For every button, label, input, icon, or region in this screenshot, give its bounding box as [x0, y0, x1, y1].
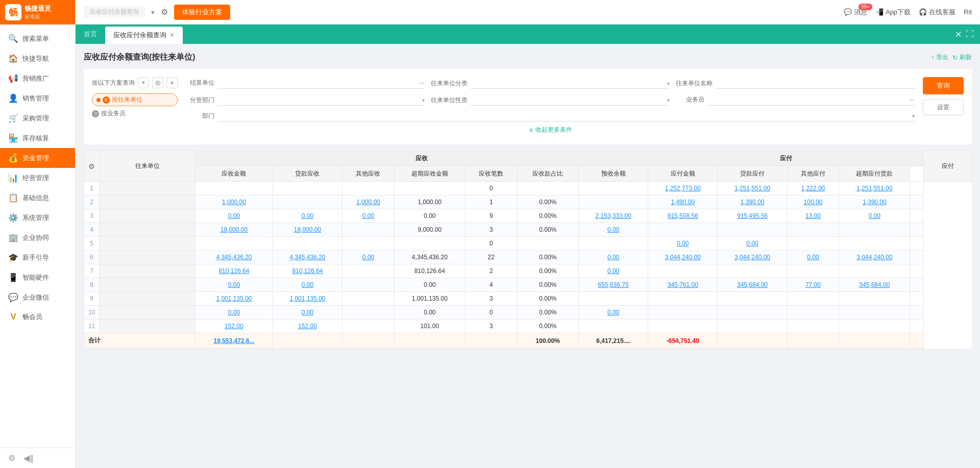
sidebar-item-operations[interactable]: 📊 经营管理 [0, 168, 75, 188]
row-ap-loan-4: 0.00 [718, 237, 787, 251]
solution-btn[interactable]: 体验行业方案 [174, 5, 230, 20]
partner-category-arrow[interactable]: ▾ [667, 81, 670, 86]
row-num-1: 2 [84, 195, 100, 209]
topbar-dropdown-icon[interactable]: ▾ [151, 8, 155, 16]
scheme-add-icon[interactable]: + [138, 77, 149, 88]
partner-category-input[interactable] [471, 80, 667, 87]
footer-ap-other [787, 333, 839, 349]
branch-dept-input[interactable] [217, 96, 422, 104]
scheme-settings-icon[interactable]: ◎ [152, 77, 163, 88]
filter-partner-nature: 往来单位性质 ▾ [431, 95, 670, 106]
salesman-dots[interactable]: ··· [909, 95, 915, 104]
sidebar-item-inventory[interactable]: 🏪 库存核算 [0, 128, 75, 148]
row-ar-count-8: 3 [465, 292, 517, 306]
query-btn[interactable]: 查询 [923, 77, 964, 94]
sidebar-item-newbie[interactable]: 🎓 新手引导 [0, 248, 75, 267]
row-num-0: 1 [84, 182, 100, 195]
newbie-icon: 🎓 [8, 253, 18, 262]
tabbar-close-icon[interactable]: ✕ [955, 30, 962, 39]
partner-nature-input[interactable] [471, 96, 667, 104]
row-ar-overdue-8: 1,001,135.00 [394, 292, 465, 306]
scheme-by-partner[interactable]: P 按往来单位 [92, 93, 178, 106]
row-ar-ratio-3: 0.00% [517, 223, 578, 237]
sidebar-logo: 畅 畅捷通灵 标准版 [0, 0, 75, 24]
scheme-by-salesman[interactable]: ⏱ 按业务员 [92, 109, 178, 118]
table-row: 7 810,126.64 810,126.64 810,126.64 2 0.0… [84, 264, 972, 278]
sidebar-item-system[interactable]: ⚙️ 系统管理 [0, 208, 75, 228]
partner-nature-arrow[interactable]: ▾ [667, 97, 670, 103]
col-ap-group: 应付 [648, 151, 924, 166]
department-arrow[interactable]: ▾ [912, 113, 915, 119]
sidebar-item-smart-hw[interactable]: 📱 智能硬件 [0, 267, 75, 287]
footer-ar-loan [273, 333, 342, 349]
sidebar-item-member[interactable]: V 畅会员 [0, 307, 75, 327]
sidebar-item-finance[interactable]: 💰 资金管理 [0, 148, 75, 168]
row-ap-amount-8 [648, 292, 718, 306]
row-ar-prepay-6: 0.00 [579, 264, 648, 278]
row-ar-other-1: 1,000.00 [342, 195, 395, 209]
tab-home[interactable]: 首页 [76, 24, 105, 44]
row-ap-amount-5: 3,044,240.00 [648, 251, 718, 264]
purchase-icon: 🛒 [8, 113, 18, 123]
tab-ar-ap[interactable]: 应收应付余额查询 ✕ [105, 27, 183, 44]
row-ap-other-0: 1,222.00 [787, 182, 839, 195]
export-btn[interactable]: ↑ 导出 [931, 53, 948, 62]
filter-fields: 结算单位 ··· 往来单位分类 ▾ 往来单位 [186, 77, 915, 136]
footer-ar-other [342, 333, 395, 349]
col-partner: 往来单位 [100, 151, 195, 182]
table-row: 4 18,000.00 18,000.00 9,000.00 3 0.00% 0… [84, 223, 972, 237]
settlement-unit-input[interactable] [217, 79, 416, 86]
col-ar-group: 应收 [195, 151, 648, 166]
topbar-message[interactable]: 💬 消息 99+ [844, 8, 867, 17]
row-ar-prepay-7: 655,636.75 [579, 278, 648, 292]
table-settings-icon[interactable]: ⚙ [88, 162, 95, 170]
row-num-8: 9 [84, 292, 100, 306]
collapse-btn[interactable]: ∧ 收起更多条件 [186, 126, 915, 134]
row-partner-2 [100, 209, 195, 223]
col-ar-overdue: 超期应收金额 [394, 166, 465, 182]
scheme-collapse-icon[interactable]: « [166, 77, 178, 88]
sidebar-item-quick-nav[interactable]: 🏠 快捷导航 [0, 48, 75, 68]
table-row: 8 0.00 0.00 0.00 4 0.00% 655,636.75 345,… [84, 278, 972, 292]
settlement-unit-dots[interactable]: ··· [419, 79, 425, 87]
settings-btn[interactable]: 设置 [923, 100, 964, 115]
tab-close-icon[interactable]: ✕ [169, 32, 175, 39]
row-ap-col-1 [910, 195, 924, 209]
topbar-gear-icon[interactable]: ⚙ [161, 7, 168, 17]
filter-panel: 按以下方案查询 + ◎ « P 按往来单位 ⏱ 按业务员 [84, 69, 972, 144]
table-footer-row: 合计 19,553,472,6... 100.00% 6,417,215....… [84, 333, 972, 349]
refresh-btn[interactable]: ↻ 刷新 [952, 53, 972, 62]
sidebar-item-enterprise-wx[interactable]: 💬 企业微信 [0, 287, 75, 307]
topbar-app-download[interactable]: 📲 App下载 [875, 8, 911, 17]
topbar-online-service[interactable]: 🎧 在线客服 [919, 8, 955, 17]
sidebar-item-marketing[interactable]: 📢 营销推广 [0, 68, 75, 88]
row-ar-overdue-4 [394, 237, 465, 251]
footer-ar-count [465, 333, 517, 349]
row-partner-1 [100, 195, 195, 209]
sidebar-item-purchase[interactable]: 🛒 采购管理 [0, 108, 75, 128]
tabbar-expand-icon[interactable]: ⛶ [966, 30, 974, 39]
row-ar-overdue-5: 4,345,436.20 [394, 251, 465, 264]
row-ar-count-2: 9 [465, 209, 517, 223]
branch-dept-arrow[interactable]: ▾ [422, 97, 425, 103]
salesman-input[interactable] [707, 96, 906, 103]
tabbar-actions: ✕ ⛶ [955, 30, 980, 39]
row-ar-overdue-9: 0.00 [394, 306, 465, 319]
settings-footer-icon[interactable]: ⚙ [8, 453, 15, 463]
sidebar-item-enterprise[interactable]: 🏢 企业协同 [0, 228, 75, 248]
col-ar-amount: 应收金额 [195, 166, 273, 182]
table-container: ⚙ 往来单位 应收 应付 应付 应收金额 贷款应收 其他应收 超期应收金额 应收… [84, 151, 972, 349]
collapse-sidebar-icon[interactable]: ◀‖ [23, 453, 34, 463]
partner-name-input[interactable] [716, 80, 915, 87]
row-ar-prepay-4 [579, 237, 648, 251]
sidebar-item-sales[interactable]: 👤 销售管理 [0, 88, 75, 108]
scheme-icon-partner: P [103, 96, 110, 104]
row-partner-0 [100, 182, 195, 195]
row-partner-7 [100, 278, 195, 292]
refresh-icon: ↻ [952, 54, 958, 61]
sidebar-item-basic-info[interactable]: 📋 基础信息 [0, 188, 75, 208]
sidebar-item-search-menu[interactable]: 🔍 搜索菜单 [0, 29, 75, 48]
department-input[interactable] [217, 112, 912, 119]
row-ar-loan-7: 0.00 [273, 278, 342, 292]
row-num-7: 8 [84, 278, 100, 292]
